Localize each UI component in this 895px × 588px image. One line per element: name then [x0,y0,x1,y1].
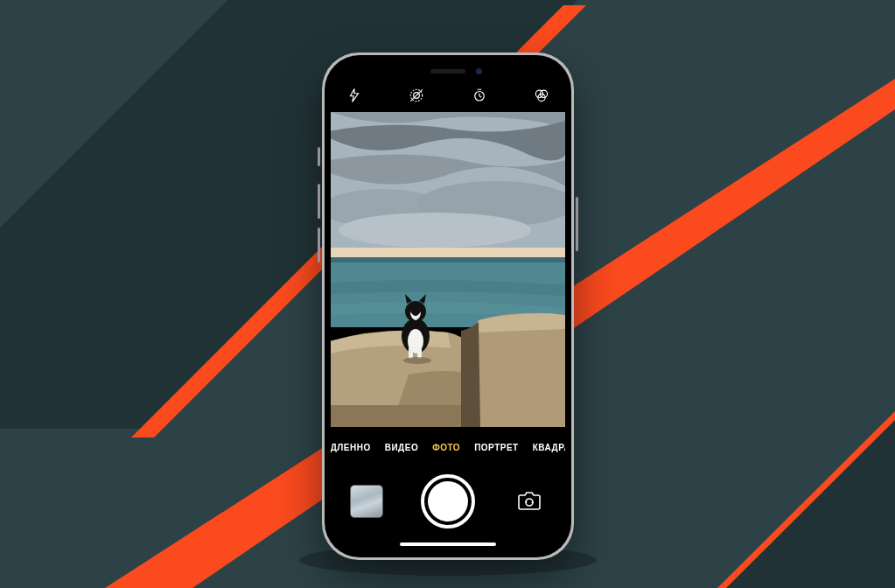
mode-video[interactable]: ВИДЕО [385,443,418,452]
mode-portrait[interactable]: ПОРТРЕТ [474,443,519,452]
power-button[interactable] [576,197,578,251]
display-notch [388,61,508,82]
home-indicator[interactable] [400,542,496,546]
mute-switch[interactable] [318,147,320,166]
shutter-button[interactable] [421,474,475,528]
last-photo-thumbnail[interactable] [350,485,383,518]
volume-down-button[interactable] [318,228,320,262]
flash-icon[interactable] [345,86,364,105]
phone-screen: МЕДЛЕННО ВИДЕО ФОТО ПОРТРЕТ КВАДРАТ [331,61,565,551]
svg-line-11 [411,89,423,101]
iphone-mockup: МЕДЛЕННО ВИДЕО ФОТО ПОРТРЕТ КВАДРАТ [322,52,574,560]
switch-camera-button[interactable] [513,487,546,515]
svg-rect-22 [331,257,565,262]
svg-point-19 [339,213,531,248]
camera-viewfinder[interactable] [331,112,565,427]
live-photo-icon[interactable] [407,86,426,105]
mode-square[interactable]: КВАДРАТ [533,443,565,452]
svg-point-28 [403,357,431,364]
camera-bottom-controls [331,462,565,541]
volume-up-button[interactable] [318,184,320,219]
filters-icon[interactable] [532,86,551,105]
timer-icon[interactable] [470,86,489,105]
mode-photo[interactable]: ФОТО [432,443,460,452]
svg-rect-26 [409,346,413,359]
camera-mode-strip[interactable]: МЕДЛЕННО ВИДЕО ФОТО ПОРТРЕТ КВАДРАТ [331,436,565,458]
wallpaper-stage: МЕДЛЕННО ВИДЕО ФОТО ПОРТРЕТ КВАДРАТ [0,0,895,588]
svg-rect-27 [417,346,422,359]
mode-slowmo[interactable]: МЕДЛЕННО [331,443,371,452]
